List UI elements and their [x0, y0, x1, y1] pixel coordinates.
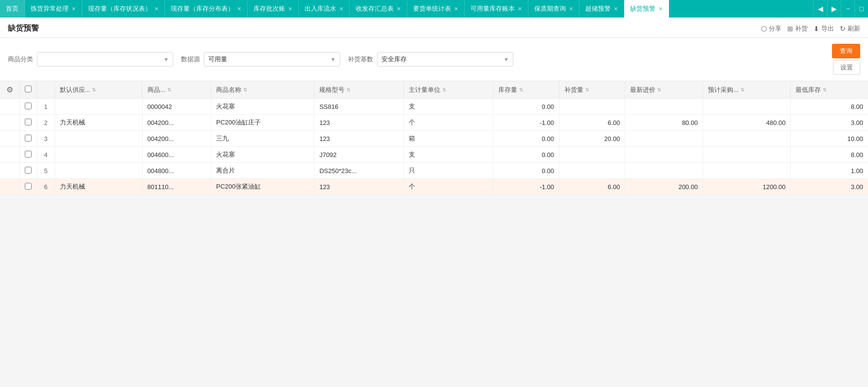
sort-icon[interactable]: ⇅	[346, 87, 350, 92]
export-button[interactable]: ⬇ 导出	[814, 24, 834, 33]
th-default-supplier: 默认供应... ⇅	[54, 81, 142, 99]
close-icon[interactable]: ✕	[339, 6, 344, 12]
td-spec: J7092	[314, 147, 404, 163]
close-icon[interactable]: ✕	[658, 6, 663, 12]
replenish-base-select[interactable]: 安全库存 ▼	[377, 52, 513, 67]
sort-icon[interactable]: ⇅	[92, 87, 96, 92]
td-checkbox	[19, 99, 37, 115]
replenish-icon: ⊞	[787, 25, 793, 33]
td-spec: 123	[314, 115, 404, 131]
replenish-button[interactable]: ⊞ 补货	[787, 24, 808, 33]
nav-prev-button[interactable]: ◀	[814, 0, 827, 18]
sort-icon[interactable]: ⇅	[167, 87, 171, 92]
td-latest-price	[625, 131, 703, 147]
nav-tab-overstock[interactable]: 超储预警 ✕	[579, 0, 624, 18]
nav-tab-stock-status[interactable]: 现存量（库存状况表） ✕	[82, 0, 165, 18]
td-latest-price: 200.00	[625, 179, 703, 195]
sort-icon[interactable]: ⇅	[243, 87, 247, 92]
td-gear	[0, 179, 19, 195]
table-row[interactable]: 3 004200... 三九 123 箱 0.00 20.00 10.00	[0, 131, 868, 147]
td-unit: 个	[404, 179, 493, 195]
datasource-value: 可用量	[208, 55, 227, 64]
datasource-filter-group: 数据源 可用量 ▼	[181, 52, 340, 67]
refresh-label: 刷新	[848, 24, 860, 33]
th-product-name: 商品名称 ⇅	[211, 81, 314, 99]
close-icon[interactable]: ✕	[72, 6, 76, 12]
table-row[interactable]: 4 004600... 火花塞 J7092 支 0.00 8.00	[0, 147, 868, 163]
row-checkbox[interactable]	[25, 151, 32, 158]
refresh-button[interactable]: ↻ 刷新	[840, 24, 860, 33]
nav-controls: ◀ ▶ － □	[814, 0, 868, 18]
td-checkbox	[19, 131, 37, 147]
select-all-checkbox[interactable]	[25, 86, 32, 92]
close-icon[interactable]: ✕	[454, 6, 458, 12]
row-checkbox[interactable]	[25, 183, 32, 190]
page-title: 缺货预警	[8, 23, 39, 34]
nav-tab-shortage[interactable]: 缺货预警 ✕	[624, 0, 669, 18]
th-min-stock-label: 最低库存	[796, 86, 821, 94]
th-product-code: 商品... ⇅	[142, 81, 211, 99]
close-icon[interactable]: ✕	[569, 6, 573, 12]
sort-icon[interactable]: ⇅	[823, 87, 827, 92]
td-product-name: PC200张紧油缸	[211, 179, 314, 195]
share-button[interactable]: ⬡ 分享	[761, 24, 781, 33]
query-button[interactable]: 查询	[832, 44, 860, 58]
table-row[interactable]: 1 0000042 火花塞 SS816 支 0.00 8.00	[0, 99, 868, 115]
td-product-code: 004200...	[142, 131, 211, 147]
sort-icon[interactable]: ⇅	[585, 87, 589, 92]
td-unit: 支	[404, 147, 493, 163]
td-latest-price	[625, 163, 703, 179]
td-replenish-qty: 20.00	[559, 131, 625, 147]
nav-tab-flow-label: 出入库流水	[305, 4, 336, 13]
nav-tab-expiry[interactable]: 保质期查询 ✕	[528, 0, 579, 18]
category-select[interactable]: ▼	[37, 52, 173, 67]
td-product-name: 三九	[211, 131, 314, 147]
nav-tab-requisition[interactable]: 要货单统计表 ✕	[407, 0, 465, 18]
data-table: ⚙ 默认供应... ⇅ 商品...	[0, 81, 868, 195]
td-replenish-qty	[559, 99, 625, 115]
close-icon[interactable]: ✕	[397, 6, 401, 12]
row-checkbox[interactable]	[25, 135, 32, 141]
close-icon[interactable]: ✕	[154, 6, 159, 12]
close-icon[interactable]: ✕	[614, 6, 618, 12]
sort-icon[interactable]: ⇅	[519, 87, 523, 92]
th-replenish-qty: 补货量 ⇅	[559, 81, 625, 99]
sort-icon[interactable]: ⇅	[657, 87, 661, 92]
td-default-supplier	[54, 99, 142, 115]
nav-tab-exception[interactable]: 拣货异常处理 ✕	[25, 0, 82, 18]
nav-tab-flow[interactable]: 出入库流水 ✕	[299, 0, 350, 18]
nav-tab-collect[interactable]: 收发存汇总表 ✕	[350, 0, 407, 18]
td-product-name: PC200油缸庄子	[211, 115, 314, 131]
close-icon[interactable]: ✕	[237, 6, 241, 12]
close-icon[interactable]: ✕	[518, 6, 522, 12]
td-default-supplier: 力天机械	[54, 179, 142, 195]
category-filter-group: 商品分类 ▼	[8, 52, 173, 67]
td-stock-qty: 0.00	[493, 99, 559, 115]
td-estimated-purchase: 480.00	[703, 115, 791, 131]
td-min-stock: 8.00	[791, 99, 868, 115]
td-replenish-qty	[559, 147, 625, 163]
close-icon[interactable]: ✕	[288, 6, 292, 12]
nav-tab-home[interactable]: 首页	[0, 0, 25, 18]
nav-tab-available[interactable]: 可用量库存账本 ✕	[465, 0, 528, 18]
row-checkbox[interactable]	[25, 167, 32, 174]
sort-icon[interactable]: ⇅	[442, 87, 446, 92]
row-checkbox[interactable]	[25, 119, 32, 125]
table-row[interactable]: 6 力天机械 801110... PC200张紧油缸 123 个 -1.00 6…	[0, 179, 868, 195]
table-row[interactable]: 2 力天机械 004200... PC200油缸庄子 123 个 -1.00 6…	[0, 115, 868, 131]
sort-icon[interactable]: ⇅	[741, 87, 744, 92]
refresh-icon: ↻	[840, 25, 846, 33]
row-checkbox[interactable]	[25, 103, 32, 109]
nav-next-button[interactable]: ▶	[827, 0, 841, 18]
datasource-select[interactable]: 可用量 ▼	[204, 52, 340, 67]
td-product-code: 004800...	[142, 163, 211, 179]
nav-tab-stock-dist[interactable]: 现存量（库存分布表） ✕	[165, 0, 248, 18]
td-checkbox	[19, 147, 37, 163]
nav-tab-batch[interactable]: 库存批次账 ✕	[248, 0, 299, 18]
gear-icon[interactable]: ⚙	[6, 86, 13, 94]
table-row[interactable]: 5 004800... 离合片 DS250*23c... 只 0.00 1.00	[0, 163, 868, 179]
settings-button[interactable]: 设置	[833, 60, 860, 75]
nav-maximize-button[interactable]: □	[854, 0, 868, 18]
nav-minimize-button[interactable]: －	[841, 0, 854, 18]
td-product-name: 火花塞	[211, 147, 314, 163]
